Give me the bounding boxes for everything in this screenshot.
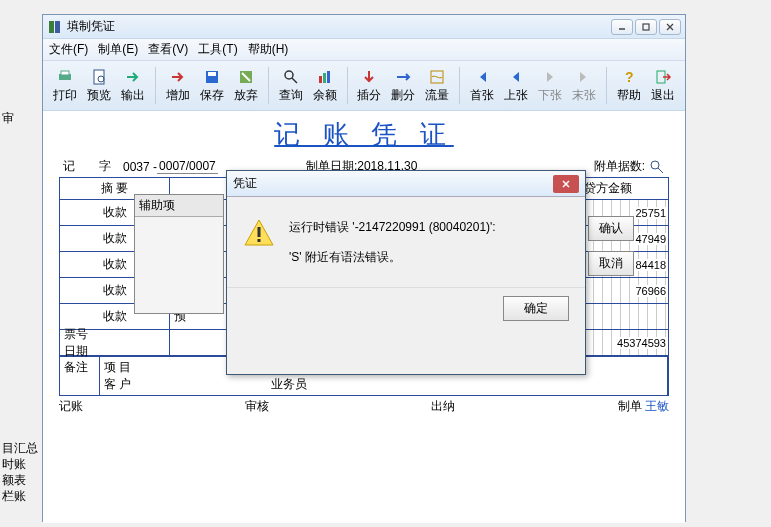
barchart-icon — [314, 67, 336, 87]
menu-tool[interactable]: 工具(T) — [198, 41, 237, 58]
signature-row: 记账 审核 出纳 制单 王敏 — [43, 396, 685, 417]
error-dialog: 凭证 运行时错误 '-2147220991 (80040201)': 'S' 附… — [226, 170, 586, 375]
audit-label: 审核 — [245, 398, 269, 415]
last-button: 末张 — [570, 67, 598, 104]
confirm-button[interactable]: 确认 — [588, 216, 634, 241]
warning-icon — [243, 217, 275, 267]
entry-label: 记账 — [59, 398, 83, 415]
save-button[interactable]: 保存 — [198, 67, 226, 104]
maker-name: 王敏 — [645, 399, 669, 413]
zi-label: 字 — [99, 158, 111, 175]
add-button[interactable]: 增加 — [164, 67, 192, 104]
svg-rect-11 — [208, 72, 216, 76]
side-buttons: 确认 取消 — [588, 216, 634, 276]
side-label: 审 — [0, 110, 16, 126]
svg-rect-1 — [55, 21, 60, 33]
svg-rect-3 — [643, 24, 649, 30]
svg-rect-7 — [61, 71, 69, 75]
exit-icon — [652, 67, 674, 87]
window-title: 填制凭证 — [67, 18, 611, 35]
aux-items-title: 辅助项 — [135, 195, 223, 217]
side-link[interactable]: 时账 — [0, 456, 40, 472]
insert-icon — [358, 67, 380, 87]
save-icon — [201, 67, 223, 87]
dialog-titlebar: 凭证 — [227, 171, 585, 197]
print-button[interactable]: 打印 — [51, 67, 79, 104]
svg-line-23 — [658, 168, 663, 173]
menu-file[interactable]: 文件(F) — [49, 41, 88, 58]
dialog-close-button[interactable] — [553, 175, 579, 193]
prev-icon — [505, 67, 527, 87]
flow-button[interactable]: 流量 — [423, 67, 451, 104]
first-button[interactable]: 首张 — [468, 67, 496, 104]
svg-point-22 — [651, 161, 659, 169]
svg-point-14 — [285, 71, 293, 79]
close-button[interactable] — [659, 19, 681, 35]
ji-label: 记 — [63, 158, 75, 175]
svg-text:?: ? — [625, 69, 634, 85]
help-button[interactable]: ?帮助 — [615, 67, 643, 104]
svg-rect-27 — [258, 227, 261, 237]
next-icon — [539, 67, 561, 87]
svg-rect-0 — [49, 21, 54, 33]
maximize-button[interactable] — [635, 19, 657, 35]
aux-items-panel: 辅助项 — [134, 194, 224, 314]
preview-icon — [88, 67, 110, 87]
magnifier-icon[interactable] — [649, 159, 665, 175]
dialog-title: 凭证 — [233, 175, 553, 192]
output-button[interactable]: 输出 — [119, 67, 147, 104]
cancel-button[interactable]: 取消 — [588, 251, 634, 276]
titlebar: 填制凭证 — [43, 15, 685, 39]
query-button[interactable]: 查询 — [277, 67, 305, 104]
balance-button[interactable]: 余额 — [311, 67, 339, 104]
abandon-button[interactable]: 放弃 — [232, 67, 260, 104]
side-link[interactable]: 栏账 — [0, 488, 40, 504]
export-icon — [122, 67, 144, 87]
attach-label: 附单据数: — [594, 159, 645, 173]
dialog-ok-button[interactable]: 确定 — [503, 296, 569, 321]
menu-view[interactable]: 查看(V) — [148, 41, 188, 58]
menu-help[interactable]: 帮助(H) — [248, 41, 289, 58]
maker-label: 制单 — [618, 399, 642, 413]
prev-button[interactable]: 上张 — [502, 67, 530, 104]
menubar: 文件(F) 制单(E) 查看(V) 工具(T) 帮助(H) — [43, 39, 685, 61]
svg-rect-28 — [258, 239, 261, 242]
search-icon — [280, 67, 302, 87]
seq-value[interactable]: 0007/0007 — [157, 159, 218, 174]
voucher-title: 记 账 凭 证 — [43, 117, 685, 152]
exit-button[interactable]: 退出 — [649, 67, 677, 104]
app-icon — [47, 19, 63, 35]
minimize-button[interactable] — [611, 19, 633, 35]
printer-icon — [54, 67, 76, 87]
abandon-icon — [235, 67, 257, 87]
question-icon: ? — [618, 67, 640, 87]
left-truncated-menu[interactable]: 审 目汇总 时账 额表 栏账 — [0, 440, 40, 504]
next-button: 下张 — [536, 67, 564, 104]
svg-rect-18 — [327, 71, 330, 83]
delete-line-button[interactable]: 删分 — [389, 67, 417, 104]
svg-line-15 — [292, 78, 297, 83]
insert-line-button[interactable]: 插分 — [356, 67, 384, 104]
cashier-label: 出纳 — [431, 398, 455, 415]
dialog-message: 运行时错误 '-2147220991 (80040201)': 'S' 附近有语… — [289, 217, 496, 267]
svg-rect-17 — [323, 73, 326, 83]
preview-button[interactable]: 预览 — [85, 67, 113, 104]
plus-icon — [167, 67, 189, 87]
first-icon — [471, 67, 493, 87]
svg-rect-16 — [319, 76, 322, 83]
side-link[interactable]: 目汇总 — [0, 440, 40, 456]
last-icon — [573, 67, 595, 87]
flow-icon — [426, 67, 448, 87]
menu-make[interactable]: 制单(E) — [98, 41, 138, 58]
delete-icon — [392, 67, 414, 87]
toolbar: 打印 预览 输出 增加 保存 放弃 查询 余额 插分 删分 流量 首张 上张 下… — [43, 61, 685, 111]
seq-prefix: 0037 - — [123, 160, 157, 174]
side-link[interactable]: 额表 — [0, 472, 40, 488]
